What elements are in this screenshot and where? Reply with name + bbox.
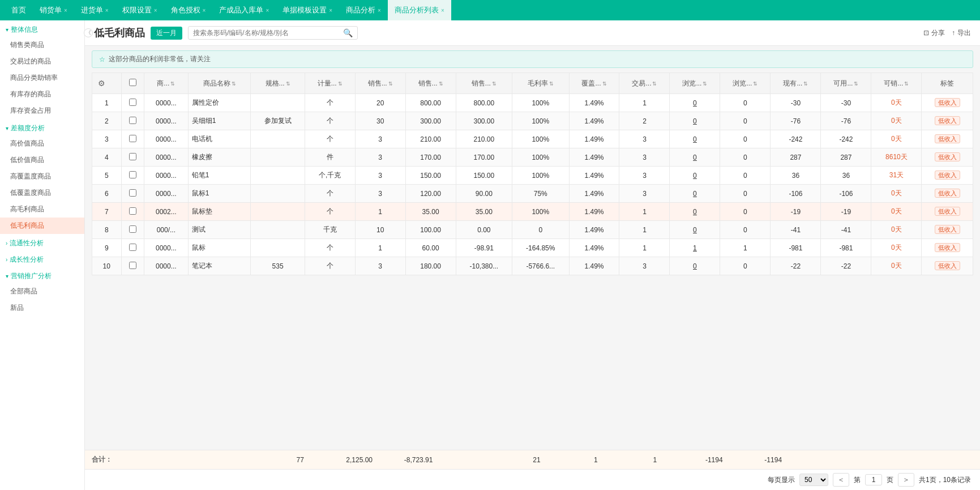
nav-purchase-order[interactable]: 进货单 × <box>74 0 115 20</box>
column-sales-count[interactable]: 销售...⇅ <box>355 73 405 94</box>
column-tag[interactable]: 标签 <box>922 73 973 94</box>
close-icon[interactable]: × <box>266 7 269 14</box>
column-current[interactable]: 现有...⇅ <box>771 73 821 94</box>
row-name[interactable]: 吴细细1 <box>188 112 251 130</box>
row-views1[interactable]: 0 <box>670 130 720 148</box>
row-checkbox[interactable] <box>121 94 144 112</box>
row-name[interactable]: 鼠标1 <box>188 185 251 203</box>
row-checkbox[interactable] <box>121 203 144 221</box>
row-select-checkbox[interactable] <box>129 99 136 106</box>
sidebar-item-new-products[interactable]: 新品 <box>0 300 84 316</box>
row-views1[interactable]: 0 <box>670 148 720 167</box>
sidebar-collapse-button[interactable]: 《 <box>84 28 93 37</box>
column-sellable[interactable]: 可销...⇅ <box>871 73 922 94</box>
row-checkbox[interactable] <box>121 257 144 275</box>
sidebar-item-sales-products[interactable]: 销售类商品 <box>0 37 84 53</box>
gear-icon[interactable]: ⚙ <box>96 78 107 89</box>
row-checkbox[interactable] <box>121 167 144 185</box>
sidebar-group-overall[interactable]: ▾ 整体信息 <box>0 20 84 37</box>
row-views1[interactable]: 0 <box>670 167 720 185</box>
search-input[interactable] <box>193 29 343 37</box>
row-name[interactable]: 测试 <box>188 221 251 239</box>
row-select-checkbox[interactable] <box>129 171 136 178</box>
nav-product-analysis-list[interactable]: 商品分析列表 × <box>388 0 451 20</box>
prev-page-button[interactable]: ＜ <box>833 473 849 487</box>
close-icon[interactable]: × <box>203 7 206 14</box>
row-views1[interactable]: 0 <box>670 112 720 130</box>
row-select-checkbox[interactable] <box>129 244 136 251</box>
row-checkbox[interactable] <box>121 185 144 203</box>
row-name[interactable]: 电话机 <box>188 130 251 148</box>
sidebar-item-traded-products[interactable]: 交易过的商品 <box>0 53 84 70</box>
row-checkbox[interactable] <box>121 130 144 148</box>
close-icon[interactable]: × <box>64 7 67 14</box>
close-icon[interactable]: × <box>154 7 157 14</box>
column-available[interactable]: 可用...⇅ <box>821 73 871 94</box>
filter-recent-month-button[interactable]: 近一月 <box>151 27 182 40</box>
nav-sales-order[interactable]: 销货单 × <box>33 0 74 20</box>
row-select-checkbox[interactable] <box>129 225 136 233</box>
column-code[interactable]: 商...⇅ <box>144 73 189 94</box>
sidebar-item-all-products[interactable]: 全部商品 <box>0 283 84 300</box>
column-settings[interactable]: ⚙ <box>92 73 122 94</box>
row-name[interactable]: 铅笔1 <box>188 167 251 185</box>
column-coverage[interactable]: 覆盖...⇅ <box>569 73 619 94</box>
row-checkbox[interactable] <box>121 112 144 130</box>
row-select-checkbox[interactable] <box>129 117 136 124</box>
row-views1[interactable]: 0 <box>670 221 720 239</box>
row-views1[interactable]: 0 <box>670 203 720 221</box>
search-icon[interactable]: 🔍 <box>343 28 353 37</box>
row-select-checkbox[interactable] <box>129 207 136 215</box>
row-checkbox[interactable] <box>121 148 144 167</box>
select-all-checkbox[interactable] <box>129 79 136 86</box>
row-views1[interactable]: 0 <box>670 185 720 203</box>
nav-role-auth[interactable]: 角色授权 × <box>164 0 213 20</box>
sidebar-item-stock-capital[interactable]: 库存资金占用 <box>0 103 84 119</box>
sidebar-group-marketing[interactable]: ▾ 营销推广分析 <box>0 267 84 283</box>
sidebar-item-stock-products[interactable]: 有库存的商品 <box>0 86 84 103</box>
export-button[interactable]: ↑ 导出 <box>952 28 971 38</box>
column-sales-amount[interactable]: 销售...⇅ <box>405 73 456 94</box>
sidebar-group-circulation[interactable]: › 流通性分析 <box>0 234 84 250</box>
nav-home[interactable]: 首页 <box>5 0 33 20</box>
row-name[interactable]: 笔记本 <box>188 257 251 275</box>
column-sales-profit[interactable]: 销售...⇅ <box>456 73 512 94</box>
next-page-button[interactable]: ＞ <box>898 473 914 487</box>
row-checkbox[interactable] <box>121 221 144 239</box>
sidebar-item-high-coverage[interactable]: 高覆盖度商品 <box>0 168 84 185</box>
per-page-select[interactable]: 50 20 100 <box>799 474 828 486</box>
column-spec[interactable]: 规格...⇅ <box>251 73 305 94</box>
row-select-checkbox[interactable] <box>129 135 136 142</box>
row-views1[interactable]: 0 <box>670 257 720 275</box>
close-icon[interactable]: × <box>378 7 381 14</box>
sidebar-item-low-profit[interactable]: 低毛利商品 <box>0 218 84 234</box>
row-select-checkbox[interactable] <box>129 262 136 269</box>
column-views1[interactable]: 浏览...⇅ <box>670 73 720 94</box>
sidebar-item-low-value[interactable]: 低价值商品 <box>0 152 84 168</box>
sidebar-item-category-assist[interactable]: 商品分类助销率 <box>0 70 84 86</box>
row-views1[interactable]: 1 <box>670 239 720 257</box>
row-checkbox[interactable] <box>121 239 144 257</box>
nav-permission-settings[interactable]: 权限设置 × <box>115 0 164 20</box>
column-trade[interactable]: 交易...⇅ <box>619 73 670 94</box>
row-select-checkbox[interactable] <box>129 153 136 160</box>
row-name[interactable]: 橡皮擦 <box>188 148 251 167</box>
sidebar-item-high-value[interactable]: 高价值商品 <box>0 135 84 152</box>
sidebar-group-margin[interactable]: ▾ 差额度分析 <box>0 119 84 135</box>
sidebar-item-low-coverage[interactable]: 低覆盖度商品 <box>0 185 84 201</box>
nav-product-analysis[interactable]: 商品分析 × <box>339 0 388 20</box>
sidebar-group-growth[interactable]: › 成长性分析 <box>0 250 84 267</box>
close-icon[interactable]: × <box>105 7 109 14</box>
row-select-checkbox[interactable] <box>129 189 136 197</box>
column-gross-margin[interactable]: 毛利率⇅ <box>512 73 569 94</box>
nav-product-warehouse[interactable]: 产成品入库单 × <box>212 0 276 20</box>
row-name[interactable]: 鼠标 <box>188 239 251 257</box>
row-name[interactable]: 鼠标垫 <box>188 203 251 221</box>
row-name[interactable]: 属性定价 <box>188 94 251 112</box>
column-views2[interactable]: 浏览...⇅ <box>720 73 771 94</box>
column-unit[interactable]: 计量...⇅ <box>305 73 355 94</box>
row-views1[interactable]: 0 <box>670 94 720 112</box>
column-name[interactable]: 商品名称⇅ <box>188 73 251 94</box>
share-button[interactable]: ⊡ 分享 <box>923 28 945 38</box>
nav-template-settings[interactable]: 单据模板设置 × <box>276 0 339 20</box>
